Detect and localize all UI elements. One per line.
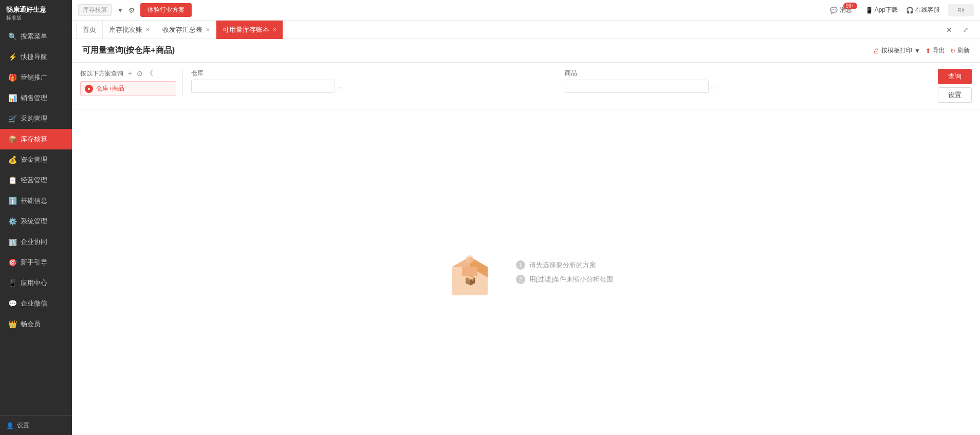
topbar-dropdown-arrow[interactable]: ▼ (117, 7, 123, 14)
sidebar-item-search[interactable]: 🔍 搜索菜单 (0, 26, 72, 47)
sidebar-item-inventory[interactable]: 📦 库存核算 (0, 129, 72, 149)
sidebar-item-shortcut[interactable]: ⚡ 快捷导航 (0, 47, 72, 67)
step-1-circle: 1 (516, 260, 525, 270)
tab-receive-close[interactable]: × (206, 26, 210, 33)
user-avatar[interactable]: Rit (948, 4, 974, 16)
box-icon: 📦 (8, 135, 16, 143)
sidebar-item-label: 新手引导 (21, 258, 47, 267)
tab-receive-summary[interactable]: 收发存汇总表 × (156, 21, 216, 39)
empty-hints: 1 请先选择要分析的方案 2 用[过滤]条件来缩小分析范围 (516, 260, 613, 284)
sidebar-item-wechat[interactable]: 💬 企业微信 (0, 293, 72, 314)
app-edition: 标准版 (6, 14, 66, 22)
tab-batch-account[interactable]: 库存批次账 × (103, 21, 156, 39)
filter-action-buttons: 查询 设置 (938, 69, 972, 103)
sidebar-item-label: 企业微信 (21, 299, 47, 308)
sidebar-item-label: 应用中心 (21, 278, 47, 288)
svg-point-4 (466, 255, 474, 263)
tabbar-window-close[interactable]: ✕ (943, 24, 955, 36)
empty-svg: 📦 (439, 241, 501, 303)
warehouse-more-btn[interactable]: ... (337, 83, 342, 90)
filter-left-panel: 按以下方案查询 ＋ ⊙ 《 ● 仓库+商品 (80, 69, 183, 96)
sidebar-item-label: 基础信息 (21, 196, 47, 205)
product-more-btn[interactable]: ... (711, 83, 716, 90)
chart-icon: 📊 (8, 94, 16, 102)
print-icon: 🖨 (873, 47, 879, 54)
sidebar-nav: 🔍 搜索菜单 ⚡ 快捷导航 🎁 营销推广 📊 销售管理 🛒 采购管理 📦 库存核… (0, 26, 72, 415)
sidebar-item-enterprise[interactable]: 🏢 企业协同 (0, 232, 72, 252)
sidebar-item-label: 搜索菜单 (21, 32, 47, 41)
empty-illustration: 📦 (439, 241, 501, 303)
sidebar-item-marketing[interactable]: 🎁 营销推广 (0, 67, 72, 88)
online-service-button[interactable]: 🎧 在线客服 (906, 6, 940, 14)
main-area: 库存核算 ▼ ⚙ 体验行业方案 💬 消息 99+ 📱 App下载 🎧 在线客服 … (72, 0, 980, 435)
sidebar-item-basic-info[interactable]: ℹ️ 基础信息 (0, 191, 72, 211)
empty-state: 📦 1 请先选择要分析的方案 2 用[过滤]条件来缩小分析范围 (72, 109, 980, 435)
topbar-right: 💬 消息 99+ 📱 App下载 🎧 在线客服 Rit (830, 4, 974, 16)
product-label: 商品 (565, 69, 930, 78)
clipboard-icon: 📋 (8, 176, 16, 184)
info-icon: ℹ️ (8, 197, 16, 205)
filter-right-panel: 仓库 ... 商品 ... 查询 设置 (183, 69, 972, 103)
breadcrumb-item: 库存核算 (78, 4, 112, 16)
filter-label-text: 按以下方案查询 (80, 69, 123, 78)
page-title: 可用量查询(按仓库+商品) (82, 45, 175, 56)
print-button[interactable]: 🖨 按模板打印 ▼ (873, 46, 920, 55)
industry-solution-button[interactable]: 体验行业方案 (140, 3, 192, 17)
tab-home[interactable]: 首页 (76, 21, 103, 39)
tab-receive-label: 收发存汇总表 (162, 25, 202, 34)
sidebar-item-vip[interactable]: 👑 畅会员 (0, 314, 72, 334)
tabbar-expand[interactable]: ⤢ (959, 24, 972, 36)
product-input[interactable] (565, 80, 709, 93)
settings-button[interactable]: 设置 (938, 87, 972, 103)
tab-available-close[interactable]: × (273, 26, 276, 33)
filter-scheme-item[interactable]: ● 仓库+商品 (80, 81, 176, 96)
tab-batch-label: 库存批次账 (109, 25, 142, 34)
hint-2-text: 用[过滤]条件来缩小分析范围 (529, 275, 613, 284)
refresh-label: 刷新 (957, 46, 970, 55)
sidebar-item-system[interactable]: ⚙️ 系统管理 (0, 211, 72, 232)
topbar-gear-icon[interactable]: ⚙ (128, 6, 135, 14)
app-download-icon: 📱 (865, 7, 873, 14)
message-button[interactable]: 💬 消息 99+ (830, 6, 852, 14)
sidebar-item-purchase[interactable]: 🛒 采购管理 (0, 108, 72, 129)
topbar: 库存核算 ▼ ⚙ 体验行业方案 💬 消息 99+ 📱 App下载 🎧 在线客服 … (72, 0, 980, 21)
sidebar-bottom-icon: 👤 (6, 422, 14, 429)
sidebar-item-newbie[interactable]: 🎯 新手引导 (0, 252, 72, 273)
sidebar-item-sales[interactable]: 📊 销售管理 (0, 88, 72, 108)
filter-scheme-label: 按以下方案查询 ＋ ⊙ 《 (80, 69, 176, 78)
sidebar-item-label: 销售管理 (21, 93, 47, 103)
warehouse-input[interactable] (191, 80, 335, 93)
filter-collapse-icon[interactable]: 《 (146, 69, 153, 78)
tabbar-right: ✕ ⤢ (943, 24, 976, 36)
export-label: 导出 (933, 46, 945, 55)
message-badge: 99+ (843, 3, 857, 9)
filter-settings-icon[interactable]: ⊙ (137, 69, 143, 78)
scheme-icon: ● (85, 85, 93, 93)
money-icon: 💰 (8, 156, 16, 164)
warehouse-label: 仓库 (191, 69, 557, 78)
print-dropdown-arrow[interactable]: ▼ (914, 47, 920, 54)
empty-hint-1: 1 请先选择要分析的方案 (516, 260, 613, 270)
online-service-label: 在线客服 (915, 6, 940, 14)
sidebar-item-business[interactable]: 📋 经营管理 (0, 170, 72, 191)
tab-available-qty[interactable]: 可用量库存账本 × (216, 21, 283, 39)
sidebar-item-finance[interactable]: 💰 资金管理 (0, 149, 72, 170)
tab-home-label: 首页 (83, 25, 96, 34)
tab-available-label: 可用量库存账本 (223, 25, 269, 34)
crown-icon: 👑 (8, 320, 16, 328)
tab-batch-close[interactable]: × (146, 26, 150, 33)
query-button[interactable]: 查询 (938, 69, 972, 84)
export-button[interactable]: ⬆ 导出 (926, 46, 945, 55)
sidebar-logo: 畅康通好生意 标准版 (0, 0, 72, 26)
page-header-actions: 🖨 按模板打印 ▼ ⬆ 导出 ↻ 刷新 (873, 46, 970, 55)
sidebar-item-label: 资金管理 (21, 155, 47, 164)
lightning-icon: ⚡ (8, 53, 16, 61)
step-2-circle: 2 (516, 275, 525, 284)
sidebar: 畅康通好生意 标准版 🔍 搜索菜单 ⚡ 快捷导航 🎁 营销推广 📊 销售管理 🛒… (0, 0, 72, 435)
sidebar-item-app-center[interactable]: 📱 应用中心 (0, 273, 72, 293)
app-download-button[interactable]: 📱 App下载 (865, 6, 898, 14)
refresh-button[interactable]: ↻ 刷新 (950, 46, 970, 55)
filter-add-icon[interactable]: ＋ (126, 69, 134, 78)
page-content: 可用量查询(按仓库+商品) 🖨 按模板打印 ▼ ⬆ 导出 ↻ 刷新 (72, 39, 980, 435)
mobile-icon: 📱 (8, 279, 16, 287)
